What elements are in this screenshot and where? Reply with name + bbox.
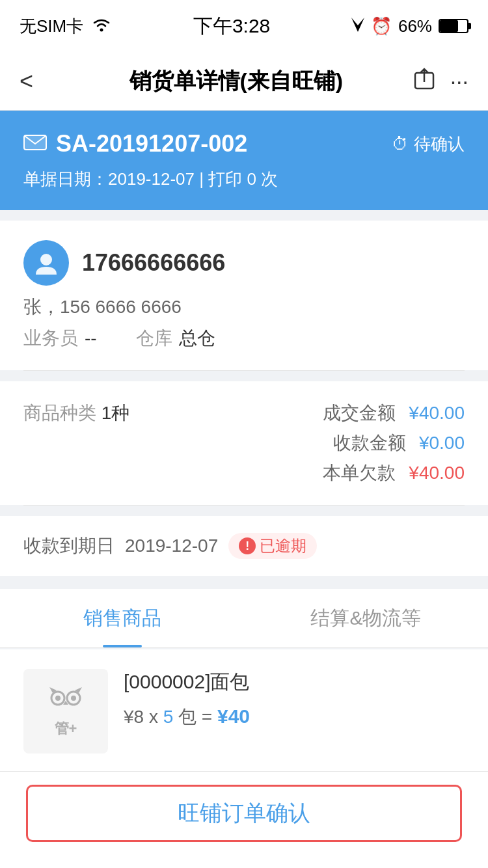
more-button[interactable]: ··· <box>450 68 468 94</box>
order-header-top: SA-20191207-002 ⏱ 待确认 <box>23 130 465 157</box>
share-button[interactable] <box>414 68 435 95</box>
customer-avatar <box>23 240 69 286</box>
bottom-bar: 旺铺订单确认 <box>0 771 488 868</box>
nav-bar: < 销货单详情(来自旺铺) ··· <box>0 52 488 111</box>
divider-2 <box>23 505 465 506</box>
product-price: ¥8 x 5 包 = ¥40 <box>124 705 465 729</box>
category-label: 商品种类 <box>23 403 96 423</box>
divider-1 <box>23 370 465 371</box>
page-title: 销货单详情(来自旺铺) <box>129 66 344 96</box>
warehouse-value: 总仓 <box>179 326 215 351</box>
product-name: [0000002]面包 <box>124 669 465 696</box>
warehouse-field: 仓库 总仓 <box>136 326 215 351</box>
overdue-text: 已逾期 <box>260 536 306 556</box>
location-icon <box>351 16 364 36</box>
svg-point-6 <box>40 254 52 265</box>
due-date-value: 2019-12-07 <box>125 536 218 556</box>
overdue-badge: ! 已逾期 <box>228 533 317 559</box>
order-id-icon <box>23 130 47 157</box>
tab-active-indicator <box>103 645 142 647</box>
customer-meta: 业务员 -- 仓库 总仓 <box>23 326 465 351</box>
status-clock-icon: ⏱ <box>392 134 409 154</box>
product-logo-text: 管+ <box>55 719 77 739</box>
amounts: 成交金额 ¥40.00 收款金额 ¥0.00 本单欠款 ¥40.00 <box>323 401 465 485</box>
status-right: ⏰ 66% <box>351 16 468 36</box>
category-value: 1种 <box>102 403 130 423</box>
amount-row: 成交金额 ¥40.00 <box>323 401 465 426</box>
carrier-label: 无SIM卡 <box>20 15 83 38</box>
customer-phone[interactable]: 17666666666 <box>82 249 225 277</box>
product-section: 管+ [0000002]面包 ¥8 x 5 包 = ¥40 <box>0 649 488 773</box>
alarm-icon: ⏰ <box>371 16 392 36</box>
order-status: ⏱ 待确认 <box>392 133 465 156</box>
product-image: 管+ <box>23 669 108 753</box>
product-total: ¥40 <box>217 705 250 727</box>
payment-row: 收款金额 ¥0.00 <box>333 431 465 455</box>
svg-point-10 <box>71 696 76 701</box>
order-id: SA-20191207-002 <box>23 130 247 157</box>
unit-price: ¥8 <box>124 707 144 727</box>
balance-value: ¥40.00 <box>409 463 465 483</box>
battery-percent: 66% <box>398 16 432 36</box>
order-status-text: 待确认 <box>414 133 465 156</box>
svg-marker-1 <box>351 18 358 32</box>
customer-name: 张，156 6666 6666 <box>23 295 465 319</box>
tab-sales-products[interactable]: 销售商品 <box>0 589 244 647</box>
svg-marker-2 <box>358 18 364 32</box>
balance-row: 本单欠款 ¥40.00 <box>323 461 465 485</box>
price-separator: x <box>149 707 163 727</box>
product-qty: 5 <box>163 707 174 727</box>
order-header: SA-20191207-002 ⏱ 待确认 单据日期：2019-12-07 | … <box>0 111 488 210</box>
warehouse-label: 仓库 <box>136 326 172 351</box>
payment-label: 收款金额 <box>333 431 406 455</box>
due-date-label: 收款到期日 <box>23 534 115 558</box>
order-id-text: SA-20191207-002 <box>56 130 247 157</box>
amount-label: 成交金额 <box>323 401 396 426</box>
tab-settlement-label: 结算&物流等 <box>310 605 421 632</box>
tab-sales-label: 销售商品 <box>83 605 161 632</box>
status-left: 无SIM卡 <box>20 15 112 38</box>
product-info: [0000002]面包 ¥8 x 5 包 = ¥40 <box>124 669 465 729</box>
customer-section: 17666666666 张，156 6666 6666 业务员 -- 仓库 总仓 <box>0 221 488 370</box>
payment-value: ¥0.00 <box>419 433 465 454</box>
svg-point-9 <box>55 696 61 701</box>
back-button[interactable]: < <box>20 68 59 95</box>
confirm-order-button[interactable]: 旺铺订单确认 <box>26 785 462 842</box>
wifi-icon <box>91 16 112 36</box>
balance-label: 本单欠款 <box>323 461 396 485</box>
customer-top: 17666666666 <box>23 240 465 286</box>
status-time: 下午3:28 <box>193 13 270 40</box>
order-date: 单据日期：2019-12-07 | 打印 0 次 <box>23 168 465 191</box>
overdue-warning-icon: ! <box>239 537 256 554</box>
summary-section: 商品种类 1种 成交金额 ¥40.00 收款金额 ¥0.00 本单欠款 ¥40.… <box>0 381 488 505</box>
product-category: 商品种类 1种 <box>23 401 129 426</box>
battery-icon <box>439 19 468 33</box>
tab-settlement[interactable]: 结算&物流等 <box>244 589 488 647</box>
nav-actions: ··· <box>414 68 468 95</box>
salesperson-value: -- <box>85 328 97 349</box>
svg-point-0 <box>100 28 103 31</box>
product-unit: 包 <box>178 707 197 727</box>
status-bar: 无SIM卡 下午3:28 ⏰ 66% <box>0 0 488 52</box>
salesperson-label: 业务员 <box>23 326 78 351</box>
tabs-section: 销售商品 结算&物流等 <box>0 589 488 648</box>
amount-value: ¥40.00 <box>409 403 465 424</box>
salesperson-field: 业务员 -- <box>23 326 97 351</box>
due-date-section: 收款到期日 2019-12-07 ! 已逾期 <box>0 516 488 576</box>
equals-sign: = <box>202 707 217 727</box>
